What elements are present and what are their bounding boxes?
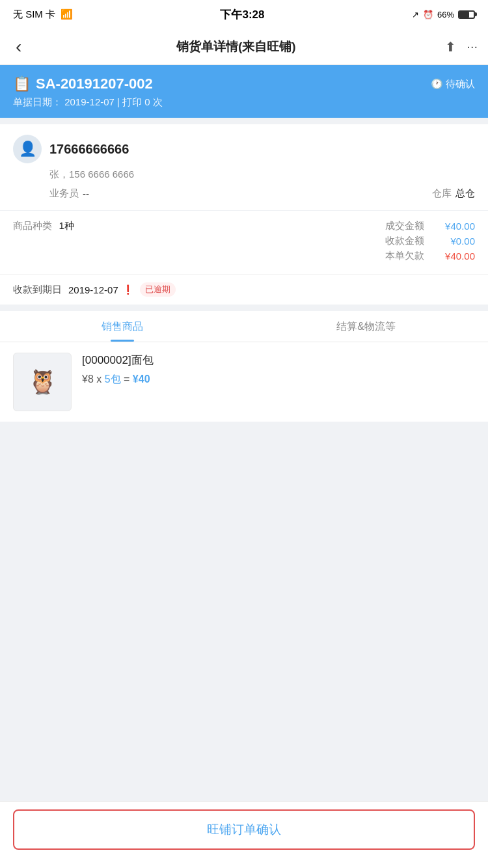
owed-label: 本单欠款 (385, 250, 424, 262)
order-header-card: 📋 SA-20191207-002 🕐 待确认 单据日期： 2019-12-07… (0, 65, 488, 118)
customer-name-info: 张，156 6666 6666 (49, 169, 475, 181)
tabs-bar: 销售商品 结算&物流等 (0, 311, 488, 342)
status-badge: 🕐 待确认 (431, 78, 475, 90)
customer-meta: 业务员 -- 仓库 总仓 (49, 187, 475, 200)
received-value: ¥0.00 (429, 236, 475, 247)
confirm-button[interactable]: 旺铺订单确认 (13, 809, 475, 850)
product-thumb-icon: 🦉 (28, 368, 57, 396)
tab-products[interactable]: 销售商品 (0, 311, 244, 342)
warehouse-label: 仓库 (432, 187, 452, 200)
battery-text: 66% (437, 10, 454, 20)
carrier-text: 无 SIM 卡 (13, 8, 55, 21)
overdue-badge-text: 已逾期 (145, 284, 170, 295)
avatar-icon: 👤 (19, 141, 36, 157)
wifi-icon: 📶 (61, 8, 73, 20)
overdue-date: 2019-12-07 (68, 284, 118, 295)
status-text: 待确认 (446, 78, 475, 90)
tab-products-label: 销售商品 (102, 321, 143, 332)
finance-item-received: 收款金额 ¥0.00 (385, 235, 475, 247)
order-date-row: 单据日期： 2019-12-07 | 打印 0 次 (13, 96, 475, 109)
status-time: 下午3:28 (220, 7, 264, 22)
finance-item-owed: 本单欠款 ¥40.00 (385, 250, 475, 262)
nav-bar: ‹ 销货单详情(来自旺铺) ⬆ ··· (0, 29, 488, 65)
empty-area (0, 422, 488, 552)
tab-underline (111, 340, 134, 342)
qty-value: 5包 (105, 373, 121, 385)
status-bar: 无 SIM 卡 📶 下午3:28 ↗ ⏰ 66% (0, 0, 488, 29)
customer-card: 👤 17666666666 张，156 6666 6666 业务员 -- 仓库 … (0, 124, 488, 210)
print-unit: 次 (153, 96, 163, 107)
product-type-value: 1种 (55, 220, 74, 231)
order-date-value: 2019-12-07 (64, 96, 115, 107)
overdue-badge: 已逾期 (140, 282, 176, 297)
price-label: ¥8 x (82, 373, 105, 385)
more-icon[interactable]: ··· (467, 39, 478, 54)
print-count: 0 (144, 96, 150, 107)
status-left: 无 SIM 卡 📶 (13, 8, 73, 21)
overdue-label: 收款到期日 (13, 284, 62, 296)
product-info: [0000002]面包 ¥8 x 5包 = ¥40 (82, 353, 475, 387)
overdue-alert-icon: ❗ (122, 284, 133, 295)
finance-details: 成交金额 ¥40.00 收款金额 ¥0.00 本单欠款 ¥40.00 (385, 220, 475, 265)
deal-value: ¥40.00 (429, 221, 475, 232)
location-icon: ↗ (412, 10, 419, 20)
product-name: [0000002]面包 (82, 353, 475, 368)
back-button[interactable]: ‹ (10, 34, 27, 60)
customer-phone: 17666666666 (49, 142, 129, 157)
bottom-bar: 旺铺订单确认 (0, 801, 488, 868)
order-icon: 📋 (13, 75, 31, 92)
product-price: ¥8 x 5包 = ¥40 (82, 373, 475, 387)
status-right: ↗ ⏰ 66% (412, 10, 475, 20)
owed-value: ¥40.00 (429, 251, 475, 262)
product-type-label: 商品种类 (13, 220, 52, 231)
avatar: 👤 (13, 135, 42, 163)
warehouse-value: 总仓 (455, 187, 475, 200)
nav-right-actions: ⬆ ··· (445, 39, 478, 55)
alarm-icon: ⏰ (423, 10, 433, 20)
overdue-row: 收款到期日 2019-12-07 ❗ 已逾期 (0, 274, 488, 305)
sales-value: -- (83, 188, 89, 199)
product-thumbnail: 🦉 (13, 353, 72, 411)
total-value: ¥40 (133, 373, 150, 385)
page-title: 销货单详情(来自旺铺) (176, 38, 296, 55)
order-id: 📋 SA-20191207-002 (13, 75, 153, 92)
date-label: 单据日期： (13, 96, 62, 107)
deal-label: 成交金额 (385, 220, 424, 232)
status-clock-icon: 🕐 (431, 78, 443, 90)
received-label: 收款金额 (385, 235, 424, 247)
order-id-text: SA-20191207-002 (36, 75, 153, 92)
equals-sign: = (121, 373, 133, 385)
finance-item-deal: 成交金额 ¥40.00 (385, 220, 475, 232)
battery-icon (458, 10, 475, 19)
product-item: 🦉 [0000002]面包 ¥8 x 5包 = ¥40 (0, 342, 488, 422)
sales-label: 业务员 (49, 187, 79, 200)
share-icon[interactable]: ⬆ (445, 39, 456, 55)
finance-card: 商品种类 1种 成交金额 ¥40.00 收款金额 ¥0.00 本单欠款 ¥40.… (0, 211, 488, 274)
tab-settlement[interactable]: 结算&物流等 (244, 311, 488, 342)
product-type-group: 商品种类 1种 (13, 220, 74, 232)
tab-settlement-label: 结算&物流等 (336, 321, 396, 332)
print-label: | 打印 (117, 96, 144, 107)
customer-row: 👤 17666666666 (13, 135, 475, 163)
